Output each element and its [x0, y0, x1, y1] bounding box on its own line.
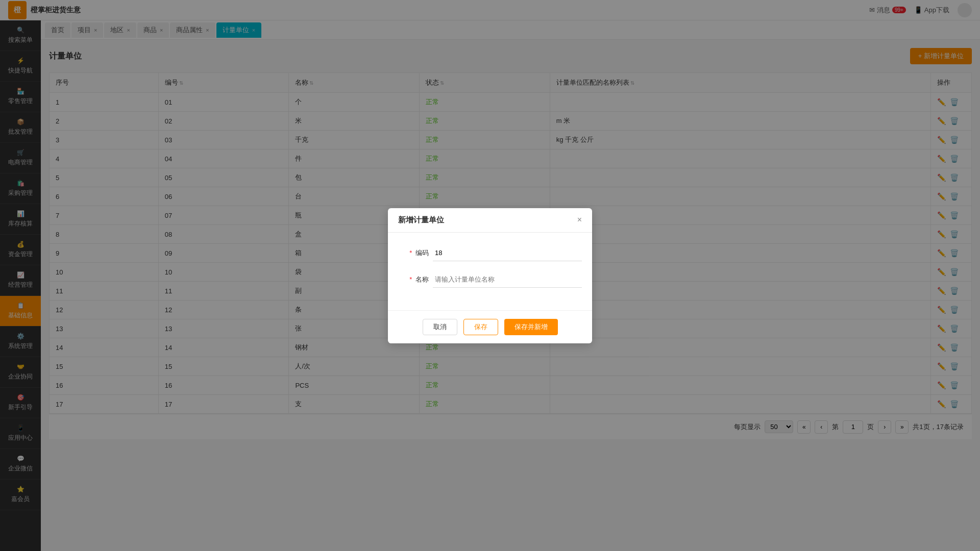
- code-required-mark: *: [409, 249, 412, 257]
- modal-title: 新增计量单位: [398, 215, 444, 225]
- code-label: * 编码: [398, 248, 429, 258]
- save-and-new-button[interactable]: 保存并新增: [504, 319, 558, 335]
- modal-overlay[interactable]: 新增计量单位 × * 编码 * 名称 取消 保存 保存并新增: [0, 0, 980, 551]
- add-unit-modal: 新增计量单位 × * 编码 * 名称 取消 保存 保存并新增: [388, 208, 592, 343]
- cancel-button[interactable]: 取消: [423, 319, 457, 335]
- modal-header: 新增计量单位 ×: [388, 208, 592, 233]
- modal-footer: 取消 保存 保存并新增: [388, 310, 592, 343]
- name-label: * 名称: [398, 275, 429, 284]
- code-input[interactable]: [433, 245, 582, 261]
- name-required-mark: *: [409, 276, 412, 283]
- code-form-row: * 编码: [398, 245, 582, 261]
- modal-close-button[interactable]: ×: [577, 215, 582, 224]
- name-form-row: * 名称: [398, 271, 582, 288]
- modal-body: * 编码 * 名称: [388, 233, 592, 310]
- name-input[interactable]: [433, 271, 582, 288]
- save-button[interactable]: 保存: [463, 319, 498, 335]
